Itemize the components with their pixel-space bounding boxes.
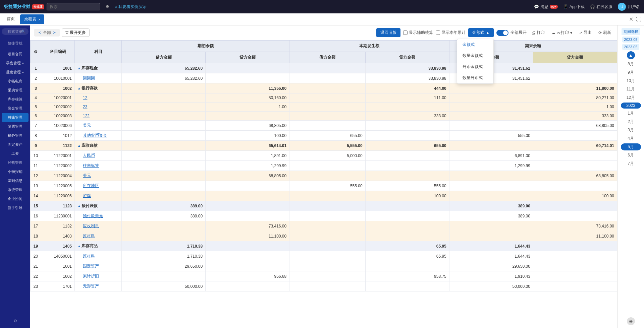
- row-code[interactable]: 11220001: [41, 151, 75, 161]
- dropdown-item-foreign-amount[interactable]: 外币金额式: [457, 61, 493, 72]
- top-search-input[interactable]: [47, 3, 100, 10]
- row-code[interactable]: 11230001: [41, 211, 75, 221]
- sidebar-settings-btn[interactable]: ⚙: [2, 317, 29, 325]
- sidebar-item-tax[interactable]: 税务管理: [2, 131, 29, 140]
- table-settings-col[interactable]: ⚙: [31, 41, 41, 63]
- auxiliary-checkbox[interactable]: [403, 30, 408, 35]
- row-code[interactable]: 10020006: [41, 121, 75, 131]
- print-btn[interactable]: 🖨 打印: [529, 29, 547, 37]
- sidebar-item-wholesale[interactable]: 批发管理 ▼: [2, 68, 29, 77]
- tab-close-btn[interactable]: ×: [38, 17, 40, 21]
- tab-home[interactable]: 首页: [3, 14, 19, 24]
- row-code[interactable]: 1122: [41, 141, 75, 151]
- row-code[interactable]: 11220005: [41, 181, 75, 191]
- period-month-8[interactable]: 8月: [621, 61, 641, 68]
- row-code[interactable]: 1002: [41, 83, 75, 93]
- sidebar-item-assets[interactable]: 固定资产: [2, 140, 29, 149]
- period-month-12[interactable]: 12月: [621, 94, 641, 101]
- account-link[interactable]: 所在地区: [77, 183, 99, 188]
- period-month-2[interactable]: 2月: [621, 118, 641, 125]
- period-month-7[interactable]: 7月: [621, 160, 641, 167]
- account-link[interactable]: 应收利息: [77, 223, 99, 228]
- online-service-btn[interactable]: 🎧 在线客服: [590, 4, 612, 10]
- row-code[interactable]: 1602: [41, 271, 75, 281]
- collapse-icon[interactable]: ▲: [77, 144, 81, 147]
- account-link[interactable]: 人民币: [77, 153, 95, 158]
- collapse-icon[interactable]: ▲: [77, 66, 81, 70]
- demo-link[interactable]: ○ 我要看实例演示: [115, 4, 147, 10]
- account-link[interactable]: 其他货币资金: [77, 133, 107, 138]
- period-month-4[interactable]: 4月: [621, 135, 641, 142]
- account-link[interactable]: 美元: [77, 173, 91, 178]
- dropdown-item-amount[interactable]: 金额式: [457, 39, 493, 50]
- sidebar-item-project[interactable]: 项目合同: [2, 50, 29, 59]
- period-month-10[interactable]: 10月: [621, 77, 641, 84]
- account-link[interactable]: 回回回: [77, 76, 95, 80]
- account-link[interactable]: 122: [77, 114, 90, 118]
- message-btn[interactable]: 💬 消息 99+: [534, 4, 557, 10]
- account-link[interactable]: 23: [77, 105, 87, 109]
- sidebar-item-basic-info[interactable]: 基础信息: [2, 176, 29, 185]
- row-code[interactable]: 1123: [41, 201, 75, 211]
- sidebar-item-inventory[interactable]: 库存核算: [2, 95, 29, 104]
- expand-more-btn[interactable]: ▽ 展开更多: [62, 28, 90, 37]
- row-code[interactable]: 1601: [41, 261, 75, 271]
- row-code[interactable]: 10020003: [41, 112, 75, 121]
- period-row-2[interactable]: 2023.05: [622, 44, 640, 50]
- cloud-print-btn[interactable]: ☁ 云打印 ▾: [549, 29, 574, 37]
- row-code[interactable]: 11220006: [41, 191, 75, 201]
- row-code[interactable]: 1403: [41, 231, 75, 241]
- account-link[interactable]: 美元: [77, 123, 91, 128]
- period-month-6[interactable]: 6月: [621, 152, 641, 159]
- row-code[interactable]: 10020002: [41, 103, 75, 112]
- account-link[interactable]: 往来标签: [77, 163, 99, 168]
- sidebar-item-expense[interactable]: 小畅报销: [2, 167, 29, 176]
- sidebar-item-retail[interactable]: 零售管理 ▼: [2, 59, 29, 68]
- ytd-checkbox[interactable]: [436, 30, 440, 35]
- tab-balance-sheet[interactable]: 余额表 ×: [20, 14, 44, 24]
- row-code[interactable]: 10020001: [41, 93, 75, 103]
- toggle-switch-track[interactable]: [496, 30, 508, 36]
- sidebar-item-invoice[interactable]: 发票管理: [2, 122, 29, 131]
- period-month-11[interactable]: 11月: [621, 86, 641, 93]
- account-link[interactable]: 原材料: [77, 254, 95, 258]
- sidebar-item-system[interactable]: 系统管理: [2, 185, 29, 194]
- collapse-icon[interactable]: ▲: [77, 204, 81, 208]
- period-month-5-active[interactable]: 5月: [621, 143, 641, 150]
- account-link[interactable]: 固定资产: [77, 264, 99, 268]
- account-link[interactable]: 游戏: [77, 193, 91, 198]
- dropdown-item-qty-foreign[interactable]: 数量外币式: [457, 72, 493, 83]
- sidebar-item-guide[interactable]: 新手引导: [2, 203, 29, 212]
- show-auxiliary-check[interactable]: 显示辅助核算: [403, 30, 433, 36]
- app-download-btn[interactable]: 📱 App下载: [563, 4, 585, 10]
- dropdown-item-qty-amount[interactable]: 数量金额式: [457, 50, 493, 61]
- tab-close-window-btn[interactable]: ✕: [629, 16, 633, 22]
- settings-btn[interactable]: ⚙: [103, 3, 112, 10]
- period-month-3[interactable]: 3月: [621, 127, 641, 134]
- sidebar-item-ledger[interactable]: 总账管理: [2, 113, 29, 122]
- account-link[interactable]: 原材料: [77, 234, 95, 238]
- row-code[interactable]: 1012: [41, 131, 75, 141]
- row-code[interactable]: 11220004: [41, 171, 75, 181]
- account-link[interactable]: 无形资产: [77, 284, 99, 288]
- row-code[interactable]: 11220002: [41, 161, 75, 171]
- show-ytd-check[interactable]: 显示本年累计: [436, 30, 466, 36]
- collapse-icon[interactable]: ▲: [77, 244, 81, 248]
- breadcrumb-back-icon[interactable]: ＜: [38, 30, 42, 36]
- period-month-1[interactable]: 1月: [621, 110, 641, 117]
- sidebar-item-capital[interactable]: 资金管理: [2, 104, 29, 113]
- period-up-btn[interactable]: ▲: [627, 51, 635, 59]
- row-code[interactable]: 14050001: [41, 251, 75, 261]
- row-code[interactable]: 1405: [41, 241, 75, 251]
- refresh-btn[interactable]: ⟳ 刷新: [596, 29, 613, 37]
- period-select-label[interactable]: 期间选择: [622, 28, 640, 35]
- period-row-1[interactable]: 2023.05: [622, 37, 640, 43]
- period-year-2023[interactable]: 2023: [621, 103, 641, 109]
- amount-mode-btn[interactable]: 金额式 ▲: [468, 28, 494, 37]
- export-btn[interactable]: ↗ 导出: [577, 29, 594, 37]
- user-avatar[interactable]: U 用户名: [618, 3, 640, 11]
- row-code[interactable]: 1132: [41, 221, 75, 231]
- collapse-icon[interactable]: ▲: [77, 86, 81, 90]
- period-month-9[interactable]: 9月: [621, 69, 641, 76]
- period-down-btn[interactable]: ⊕: [627, 317, 635, 325]
